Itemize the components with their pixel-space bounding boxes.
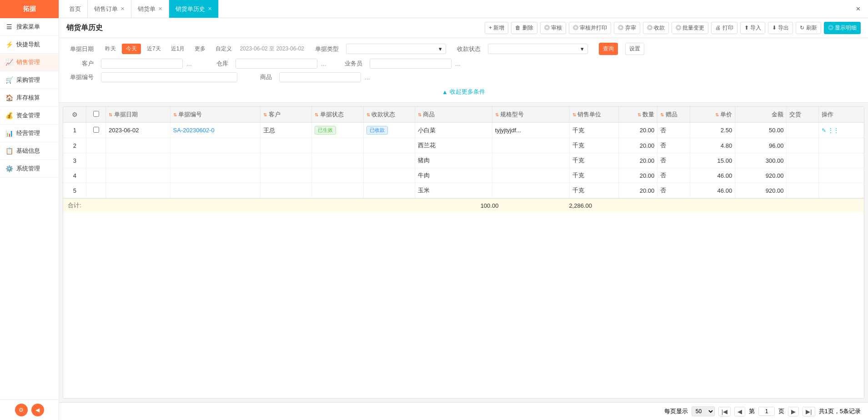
row-checkbox[interactable] (93, 127, 99, 133)
sidebar-item-inventory[interactable]: 🏠 库存核算 (0, 89, 59, 107)
doc-type-select[interactable]: ▾ (346, 44, 446, 54)
row-check[interactable] (86, 153, 105, 168)
tab-sales-history[interactable]: 销货单历史 ✕ (169, 0, 219, 18)
settings-button[interactable]: 设置 (625, 43, 644, 55)
review-button[interactable]: ◎ 审核 (540, 22, 566, 34)
date-chip-custom[interactable]: 自定义 (211, 44, 236, 54)
show-detail-button[interactable]: ◎ 显示明细 (824, 22, 861, 34)
edit-action[interactable]: ✎ (822, 127, 826, 134)
row-check[interactable] (86, 123, 105, 138)
row-gift: 否 (657, 153, 690, 168)
tab-sales-history-label: 销货单历史 (176, 5, 205, 13)
print-button[interactable]: 🖨 打印 (711, 22, 737, 34)
th-spec[interactable]: ⇅ 规格型号 (492, 107, 569, 123)
th-unit[interactable]: ⇅ 销售单位 (569, 107, 619, 123)
th-doc-status[interactable]: ⇅ 单据状态 (312, 107, 363, 123)
goods-input[interactable] (279, 72, 361, 82)
customer-input[interactable] (101, 59, 183, 69)
sidebar-item-finance-mgmt[interactable]: 💰 资金管理 (0, 107, 59, 125)
gear-icon[interactable]: ⚙ (72, 111, 78, 118)
th-code[interactable]: ⇅ 单据编号 (170, 107, 260, 123)
table-row: 3 猪肉 千克 20.00 否 15.00 300.00 (63, 153, 864, 168)
date-chip-more[interactable]: 更多 (191, 44, 210, 54)
basic-info-icon: 📋 (5, 147, 13, 155)
row-check[interactable] (86, 183, 105, 198)
page-number-input[interactable] (758, 407, 775, 416)
row-qty: 20.00 (619, 138, 657, 153)
sidebar-item-sales-mgmt[interactable]: 📈 销售管理 (0, 54, 59, 71)
th-amount-label: 金额 (772, 111, 783, 118)
sidebar-settings-btn[interactable]: ⚙ (15, 404, 28, 416)
first-page-btn[interactable]: |◀ (718, 407, 731, 416)
collapse-button[interactable]: ▲ 收起更多条件 (66, 86, 861, 98)
doc-status-badge: 已生效 (315, 126, 336, 135)
doc-no-input[interactable] (101, 72, 237, 82)
pay-status-dropdown-icon: ▾ (581, 45, 584, 52)
table-footer: 合计: 100.00 2,286.00 (63, 198, 864, 212)
page-size-select[interactable]: 50 20 100 (692, 406, 715, 416)
th-goods[interactable]: ⇅ 商品 (415, 107, 492, 123)
row-spec (492, 138, 569, 153)
collect-button[interactable]: ◎ 收款 (643, 22, 669, 34)
th-date[interactable]: ⇅ 单据日期 (105, 107, 170, 123)
doc-code-link[interactable]: SA-20230602-0 (173, 127, 215, 134)
sidebar-item-search-menu[interactable]: ☰ 搜索菜单 (0, 18, 59, 36)
more-action[interactable]: ⋮⋮ (828, 127, 839, 134)
salesman-input[interactable] (370, 59, 452, 69)
batch-change-button[interactable]: ◎ 批量变更 (672, 22, 708, 34)
date-chip-today[interactable]: 今天 (122, 44, 141, 54)
tab-sales-order[interactable]: 销售订单 ✕ (88, 0, 131, 18)
warehouse-ellipsis[interactable]: ... (319, 60, 328, 67)
pay-status-select[interactable]: ▾ (488, 44, 588, 54)
prev-page-btn[interactable]: ◀ (734, 407, 745, 416)
th-settings[interactable]: ⚙ (63, 107, 86, 123)
row-check[interactable] (86, 138, 105, 153)
row-goods: 猪肉 (415, 153, 492, 168)
last-page-btn[interactable]: ▶| (803, 407, 815, 416)
th-pay-status[interactable]: ⇅ 收款状态 (363, 107, 415, 123)
customer-ellipsis[interactable]: ... (185, 60, 194, 67)
row-gift: 否 (657, 168, 690, 183)
tab-sales-order-close[interactable]: ✕ (120, 6, 125, 12)
sort-gift-icon: ⇅ (660, 112, 664, 117)
export-button[interactable]: ⬇ 导出 (768, 22, 793, 34)
goods-ellipsis[interactable]: ... (363, 74, 372, 81)
refresh-button[interactable]: ↻ 刷新 (796, 22, 821, 34)
sidebar-bottom: ⚙ ◀ (0, 400, 59, 420)
date-chip-7days[interactable]: 近7天 (143, 44, 165, 54)
th-qty[interactable]: ⇅ 数量 (619, 107, 657, 123)
tabs-close-all[interactable]: ✕ (852, 5, 864, 12)
sidebar-item-operation-mgmt[interactable]: 📊 经营管理 (0, 125, 59, 142)
select-all-checkbox[interactable] (93, 111, 99, 117)
row-customer: 王总 (260, 123, 311, 138)
th-check[interactable] (86, 107, 105, 123)
review-print-button[interactable]: ◎ 审核并打印 (569, 22, 611, 34)
warehouse-input[interactable] (236, 59, 317, 69)
tab-sales-goods-close[interactable]: ✕ (158, 6, 162, 12)
th-customer[interactable]: ⇅ 客户 (260, 107, 311, 123)
th-code-label: 单据编号 (178, 111, 202, 118)
row-check[interactable] (86, 168, 105, 183)
th-spec-label: 规格型号 (500, 111, 524, 118)
delete-button[interactable]: 🗑 删除 (511, 22, 537, 34)
row-num: 4 (63, 168, 86, 183)
query-button[interactable]: 查询 (599, 43, 618, 55)
sidebar-item-purchase-mgmt[interactable]: 🛒 采购管理 (0, 71, 59, 89)
sidebar-collapse-btn[interactable]: ◀ (31, 404, 44, 416)
sidebar-item-system-mgmt[interactable]: ⚙️ 系统管理 (0, 160, 59, 178)
tab-sales-goods[interactable]: 销货单 ✕ (131, 0, 169, 18)
sidebar-item-basic-info[interactable]: 📋 基础信息 (0, 142, 59, 160)
row-spec (492, 183, 569, 198)
date-chip-yesterday[interactable]: 昨天 (101, 44, 120, 54)
next-page-btn[interactable]: ▶ (788, 407, 799, 416)
tab-home[interactable]: 首页 (63, 0, 88, 18)
th-gift[interactable]: ⇅ 赠品 (657, 107, 690, 123)
new-button[interactable]: + 新增 (485, 22, 508, 34)
date-chip-1month[interactable]: 近1月 (167, 44, 189, 54)
th-price[interactable]: ⇅ 单价 (690, 107, 735, 123)
sidebar-item-quick-nav[interactable]: ⚡ 快捷导航 (0, 36, 59, 54)
import-button[interactable]: ⬆ 导入 (740, 22, 765, 34)
tab-sales-history-close[interactable]: ✕ (208, 6, 212, 12)
salesman-ellipsis[interactable]: ... (453, 60, 462, 67)
abandon-button[interactable]: ◎ 弃审 (614, 22, 640, 34)
